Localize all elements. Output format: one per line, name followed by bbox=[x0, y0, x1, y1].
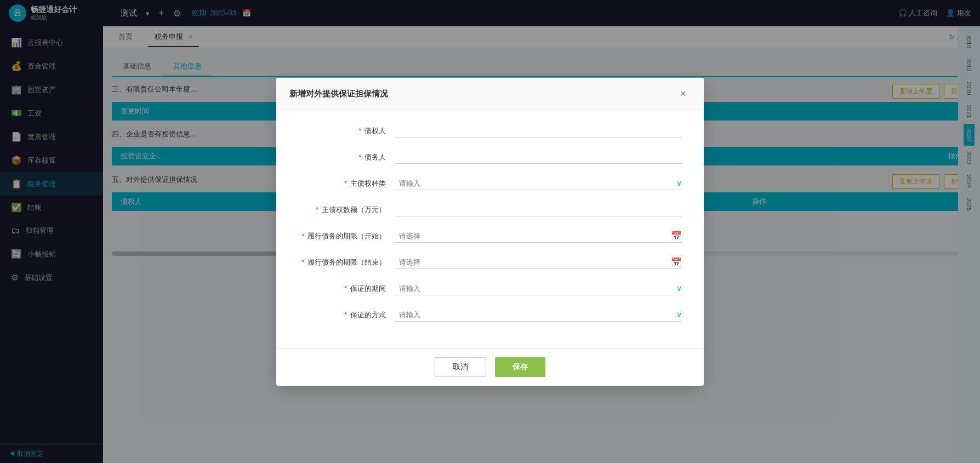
input-debtor[interactable] bbox=[395, 151, 682, 164]
dialog-title: 新增对外提供保证担保情况 bbox=[289, 89, 388, 99]
calendar-end-icon[interactable]: 📅 bbox=[671, 257, 682, 267]
chevron-down-icon[interactable]: ∨ bbox=[676, 179, 682, 187]
label-claim-type: * 主债权种类 bbox=[298, 179, 386, 188]
label-guarantee-period: * 保证的期间 bbox=[298, 284, 386, 294]
select-guarantee-method-input[interactable] bbox=[395, 308, 676, 321]
save-button[interactable]: 保存 bbox=[495, 357, 545, 377]
dialog-close-btn[interactable]: × bbox=[675, 87, 691, 102]
dialog: 新增对外提供保证担保情况 × * 债权人 * 债务人 bbox=[276, 78, 704, 386]
form-row-claim-amount: * 主债权数额（万元） bbox=[298, 203, 682, 216]
label-guarantee-method: * 保证的方式 bbox=[298, 310, 386, 320]
date-period-end-input[interactable] bbox=[395, 256, 671, 268]
dialog-body: * 债权人 * 债务人 * 主债权种类 bbox=[276, 111, 704, 348]
form-row-guarantee-method: * 保证的方式 ∨ bbox=[298, 308, 682, 322]
calendar-start-icon[interactable]: 📅 bbox=[671, 231, 682, 241]
form-row-debtor: * 债务人 bbox=[298, 151, 682, 164]
form-row-guarantee-period: * 保证的期间 ∨ bbox=[298, 282, 682, 295]
input-claim-amount[interactable] bbox=[395, 203, 682, 216]
select-guarantee-method[interactable]: ∨ bbox=[395, 308, 682, 322]
date-period-start-input[interactable] bbox=[395, 230, 671, 242]
input-creditor[interactable] bbox=[395, 124, 682, 138]
form-row-period-end: * 履行债务的期限（结束） 📅 bbox=[298, 256, 682, 269]
label-creditor: * 债权人 bbox=[298, 126, 386, 136]
date-period-end[interactable]: 📅 bbox=[395, 256, 682, 269]
select-guarantee-period[interactable]: ∨ bbox=[395, 282, 682, 295]
select-guarantee-period-input[interactable] bbox=[395, 282, 676, 295]
select-claim-type-input[interactable] bbox=[395, 177, 676, 190]
form-row-creditor: * 债权人 bbox=[298, 124, 682, 138]
select-claim-type[interactable]: ∨ bbox=[395, 177, 682, 190]
cancel-button[interactable]: 取消 bbox=[435, 357, 486, 377]
chevron-down-icon-2[interactable]: ∨ bbox=[676, 284, 682, 293]
label-period-end: * 履行债务的期限（结束） bbox=[298, 258, 386, 267]
form-row-claim-type: * 主债权种类 ∨ bbox=[298, 177, 682, 190]
chevron-down-icon-3[interactable]: ∨ bbox=[676, 310, 682, 319]
label-period-start: * 履行债务的期限（开始） bbox=[298, 231, 386, 241]
label-debtor: * 债务人 bbox=[298, 152, 386, 162]
dialog-header: 新增对外提供保证担保情况 × bbox=[276, 78, 704, 111]
dialog-footer: 取消 保存 bbox=[276, 348, 704, 386]
dialog-overlay: 新增对外提供保证担保情况 × * 债权人 * 债务人 bbox=[0, 0, 980, 463]
form-row-period-start: * 履行债务的期限（开始） 📅 bbox=[298, 230, 682, 243]
label-claim-amount: * 主债权数额（万元） bbox=[298, 205, 386, 215]
date-period-start[interactable]: 📅 bbox=[395, 230, 682, 243]
